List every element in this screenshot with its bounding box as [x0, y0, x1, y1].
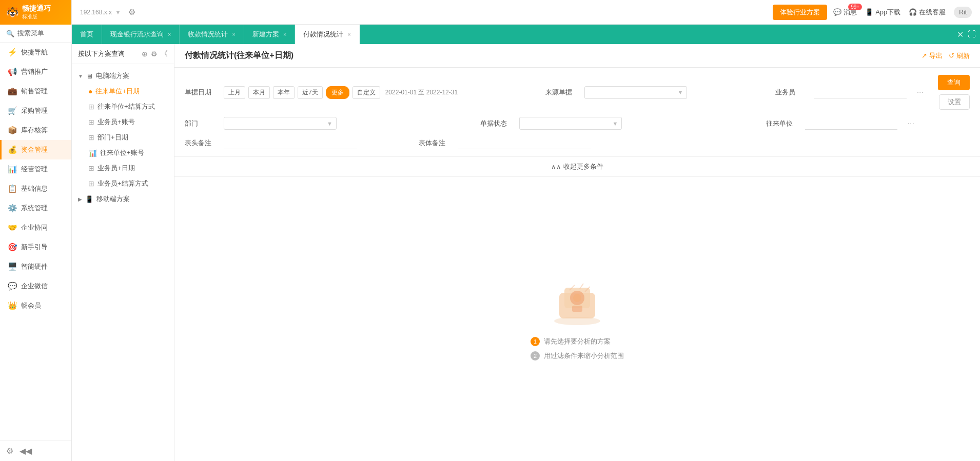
- scheme-group-pc[interactable]: ▼ 🖥 电脑端方案: [72, 68, 174, 84]
- main-area: 192.168.x.x ▼ ⚙ 体验行业方案 💬 消息 99+ 📱 App下载 …: [72, 0, 980, 461]
- tab-payment-stats-label: 付款情况统计: [303, 30, 343, 39]
- sidebar-item-wechat[interactable]: 💬 企业微信: [0, 276, 71, 296]
- sidebar-item-label: 畅会员: [21, 301, 41, 310]
- filter-row-1: 单据日期 上月 本月 本年 近7天 更多 自定义 2022-01-01 至 20…: [185, 75, 970, 110]
- filter-row-2: 部门 ▼ 单据状态 ▼: [185, 117, 970, 130]
- scheme-item-staff-account[interactable]: ⊞ 业务员+账号: [72, 114, 174, 130]
- chevron-icon: ▼: [115, 9, 121, 16]
- scheme-collapse-button[interactable]: 《: [161, 49, 168, 58]
- scheme-group-icon-pc: 🖥: [86, 72, 93, 80]
- sidebar-item-member[interactable]: 👑 畅会员: [0, 296, 71, 315]
- staff-dots[interactable]: ···: [917, 88, 924, 97]
- enterprise-icon: 🤝: [8, 223, 17, 232]
- tab-payment-stats-close[interactable]: ×: [347, 31, 350, 37]
- dept-select-wrap: ▼: [224, 117, 337, 130]
- tab-bank-flow[interactable]: 现金银行流水查询 ×: [102, 25, 180, 44]
- sidebar-item-quick-nav[interactable]: ⚡ 快捷导航: [0, 43, 71, 62]
- scheme-item-partner-date[interactable]: ● 往来单位+日期: [72, 84, 174, 99]
- tab-payment-stats[interactable]: 付款情况统计 ×: [295, 25, 359, 44]
- scheme-item-label-staff-settle: 业务员+结算方式: [97, 179, 148, 188]
- topbar-gear-button[interactable]: ⚙: [128, 7, 135, 17]
- sidebar-item-operation[interactable]: 📊 经营管理: [0, 159, 71, 179]
- sidebar-item-guide[interactable]: 🎯 新手引导: [0, 237, 71, 257]
- tab-home-label: 首页: [80, 30, 93, 39]
- tabs-expand-button[interactable]: ⛶: [968, 30, 976, 39]
- date-btn-last-7-days[interactable]: 近7天: [298, 86, 323, 99]
- scheme-item-partner-account[interactable]: 📊 往来单位+账号: [72, 145, 174, 161]
- export-button[interactable]: ↗ 导出: [922, 51, 943, 61]
- partner-dots[interactable]: ···: [908, 119, 914, 128]
- filter-row-3: 表头备注 表体备注: [185, 137, 970, 149]
- tab-bank-flow-close[interactable]: ×: [168, 31, 171, 37]
- tab-new-scheme-close[interactable]: ×: [283, 31, 286, 37]
- staff-input[interactable]: [814, 86, 907, 98]
- header-note-input[interactable]: [224, 137, 357, 149]
- tab-receipt-stats-label: 收款情况统计: [188, 30, 228, 39]
- date-btn-last-month[interactable]: 上月: [224, 86, 245, 99]
- body-note-input[interactable]: [458, 137, 591, 149]
- scheme-item-staff-settle[interactable]: ⊞ 业务员+结算方式: [72, 176, 174, 191]
- sidebar-item-label: 营销推广: [21, 67, 48, 76]
- tab-receipt-stats-close[interactable]: ×: [232, 31, 235, 37]
- date-btn-custom[interactable]: 自定义: [352, 86, 380, 99]
- search-menu[interactable]: 🔍 搜索菜单: [0, 25, 71, 43]
- sidebar-item-sales[interactable]: 💼 销售管理: [0, 82, 71, 101]
- sidebar-settings-button[interactable]: ⚙: [6, 446, 13, 456]
- tab-home[interactable]: 首页: [72, 25, 102, 44]
- sidebar-item-purchase[interactable]: 🛒 采购管理: [0, 101, 71, 121]
- tab-new-scheme[interactable]: 新建方案 ×: [244, 25, 295, 44]
- dept-select[interactable]: [224, 117, 337, 130]
- doc-status-select[interactable]: [519, 117, 622, 130]
- setting-button[interactable]: 设置: [939, 94, 970, 110]
- sidebar-item-basic[interactable]: 📋 基础信息: [0, 179, 71, 198]
- page-title: 付款情况统计(往来单位+日期): [185, 50, 293, 61]
- logo-text: 畅捷通巧: [22, 4, 51, 13]
- message-button[interactable]: 💬 消息 99+: [833, 8, 857, 17]
- sidebar-item-label: 资金管理: [21, 145, 48, 154]
- app-download-button[interactable]: 📱 App下载: [865, 8, 900, 17]
- scheme-add-button[interactable]: ⊕: [142, 50, 148, 58]
- sidebar-item-label: 企业微信: [21, 282, 48, 291]
- tab-new-scheme-label: 新建方案: [252, 30, 279, 39]
- date-label: 单据日期: [185, 88, 213, 97]
- scheme-item-partner-settle[interactable]: ⊞ 往来单位+结算方式: [72, 99, 174, 114]
- date-btn-more[interactable]: 更多: [326, 86, 349, 99]
- date-btn-this-year[interactable]: 本年: [273, 86, 295, 99]
- sidebar-item-inventory[interactable]: 📦 库存核算: [0, 121, 71, 140]
- tab-receipt-stats[interactable]: 收款情况统计 ×: [180, 25, 244, 44]
- scheme-item-dept-date[interactable]: ⊞ 部门+日期: [72, 130, 174, 145]
- export-label: 导出: [929, 51, 943, 61]
- refresh-button[interactable]: ↺ 刷新: [949, 51, 970, 61]
- sidebar-item-system[interactable]: ⚙️ 系统管理: [0, 198, 71, 218]
- partner-input[interactable]: [805, 117, 897, 130]
- user-info[interactable]: Rit: [954, 7, 972, 18]
- sidebar-collapse-button[interactable]: ◀◀: [19, 446, 32, 456]
- sidebar-item-marketing[interactable]: 📢 营销推广: [0, 62, 71, 82]
- collapse-more-button[interactable]: ∧∧ 收起更多条件: [551, 162, 603, 171]
- refresh-icon: ↺: [949, 52, 954, 59]
- date-btn-this-month[interactable]: 本月: [248, 86, 270, 99]
- scheme-group-mobile[interactable]: ▶ 📱 移动端方案: [72, 191, 174, 207]
- query-button[interactable]: 查询: [938, 75, 970, 90]
- sidebar-item-enterprise[interactable]: 🤝 企业协同: [0, 218, 71, 237]
- staff-label: 业务员: [775, 88, 804, 97]
- service-icon: 🎧: [909, 8, 917, 16]
- filter-area: 单据日期 上月 本月 本年 近7天 更多 自定义 2022-01-01 至 20…: [174, 68, 980, 157]
- empty-illustration: [546, 277, 608, 329]
- page-header: 付款情况统计(往来单位+日期) ↗ 导出 ↺ 刷新: [174, 44, 980, 68]
- trial-button[interactable]: 体验行业方案: [773, 5, 827, 20]
- sidebar-item-capital[interactable]: 💰 资金管理: [0, 140, 71, 159]
- sidebar-item-label: 企业协同: [21, 223, 48, 232]
- tabs-close-all-button[interactable]: ✕: [957, 30, 964, 39]
- scheme-group-icon-mobile: 📱: [85, 195, 93, 203]
- scheme-item-staff-date[interactable]: ⊞ 业务员+日期: [72, 161, 174, 176]
- online-service-button[interactable]: 🎧 在线客服: [909, 8, 946, 17]
- body-note-label: 表体备注: [419, 138, 447, 148]
- sidebar-item-hardware[interactable]: 🖥️ 智能硬件: [0, 257, 71, 276]
- empty-tip-text-1: 请先选择要分析的方案: [544, 337, 611, 346]
- scheme-setting-button[interactable]: ⚙: [151, 50, 158, 58]
- source-select[interactable]: [584, 86, 687, 99]
- sidebar-footer: ⚙ ◀◀: [0, 440, 71, 461]
- empty-tip-2: 2 用过滤条件来缩小分析范围: [531, 351, 624, 360]
- topbar-breadcrumb: 192.168.x.x ▼ ⚙: [80, 7, 767, 17]
